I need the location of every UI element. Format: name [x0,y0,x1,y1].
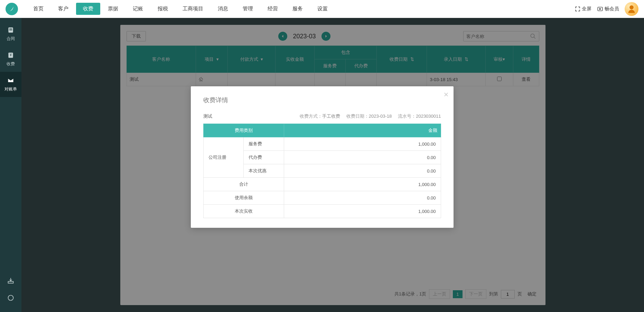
detail-amount: 1,000.00 [284,137,441,151]
nav-tax[interactable]: 报税 [151,3,175,15]
svg-point-8 [8,295,13,301]
headset-icon [7,294,15,302]
th-category: 费用类别 [203,124,284,137]
sidebar-item-label: 对账单 [4,86,17,92]
nav-project[interactable]: 工商项目 [176,3,210,15]
sidebar-item-contract[interactable]: 合同 [0,21,21,47]
statement-icon [7,77,15,84]
contract-icon [7,26,15,34]
download-icon [7,277,15,284]
sidebar-item-download[interactable] [0,272,21,289]
play-icon [597,6,603,12]
left-sidebar: 合同 ¥ 收费 对账单 [0,18,21,312]
svg-rect-4 [9,30,12,30]
charge-icon: ¥ [7,51,15,59]
detail-label: 本次优惠 [244,164,284,178]
detail-amount: 0.00 [284,164,441,178]
sidebar-bottom [0,272,21,312]
fullscreen-icon [575,6,580,12]
svg-point-1 [629,5,634,9]
svg-text:¥: ¥ [9,53,12,57]
detail-balance-amount: 0.00 [284,191,441,205]
sidebar-item-charge[interactable]: ¥ 收费 [0,47,21,72]
nav-service[interactable]: 服务 [286,3,310,15]
nav-account[interactable]: 记账 [126,3,150,15]
detail-actual-label: 本次实收 [203,205,284,218]
nav-charge[interactable]: 收费 [76,3,100,15]
detail-group: 公司注册 [203,137,244,178]
avatar-icon [627,4,636,14]
detail-label: 代办费 [244,151,284,164]
detail-table: 费用类别 金额 公司注册 服务费 1,000.00 代办费 0.00 本次优惠 … [203,124,441,218]
detail-label: 服务费 [244,137,284,151]
charge-detail-modal: × 收费详情 测试 收费方式：手工收费 收费日期：2023-03-18 流水号：… [191,86,454,228]
sidebar-item-label: 合同 [7,36,15,42]
top-nav: 首页 客户 收费 票据 记账 报税 工商项目 消息 管理 经营 服务 设置 全屏… [0,0,644,18]
member-button[interactable]: 畅会员 [597,6,619,12]
modal-info-row: 测试 收费方式：手工收费 收费日期：2023-03-18 流水号：2023030… [203,113,441,119]
nav-bill[interactable]: 票据 [101,3,125,15]
modal-method: 收费方式：手工收费 [300,113,340,119]
app-logo [6,3,18,15]
detail-balance-label: 使用余额 [203,191,284,205]
nav-items: 首页 客户 收费 票据 记账 报税 工商项目 消息 管理 经营 服务 设置 [26,3,335,15]
nav-customer[interactable]: 客户 [51,3,75,15]
sidebar-item-support[interactable] [0,289,21,306]
nav-home[interactable]: 首页 [26,3,50,15]
detail-balance-row: 使用余额 0.00 [203,191,441,205]
detail-actual-amount: 1,000.00 [284,205,441,218]
svg-rect-7 [8,282,13,283]
top-right: 全屏 畅会员 [575,2,638,16]
detail-amount: 0.00 [284,151,441,164]
detail-total-row: 合计 1,000.00 [203,178,441,191]
svg-rect-3 [9,29,12,29]
detail-row: 公司注册 服务费 1,000.00 [203,137,441,151]
modal-customer: 测试 [203,113,212,119]
nav-message[interactable]: 消息 [211,3,235,15]
sidebar-item-label: 收费 [7,61,15,67]
detail-total-label: 合计 [203,178,284,191]
fullscreen-button[interactable]: 全屏 [575,6,591,12]
detail-total-amount: 1,000.00 [284,178,441,191]
detail-actual-row: 本次实收 1,000.00 [203,205,441,218]
modal-serial: 流水号：2023030011 [398,113,441,119]
nav-manage[interactable]: 管理 [236,3,260,15]
th-amount: 金额 [284,124,441,137]
modal-date: 收费日期：2023-03-18 [346,113,392,119]
user-avatar[interactable] [625,2,638,16]
modal-close-button[interactable]: × [444,90,448,99]
nav-settings[interactable]: 设置 [310,3,335,15]
nav-operate[interactable]: 经营 [261,3,285,15]
sidebar-item-statement[interactable]: 对账单 [0,72,21,97]
modal-title: 收费详情 [203,96,441,104]
